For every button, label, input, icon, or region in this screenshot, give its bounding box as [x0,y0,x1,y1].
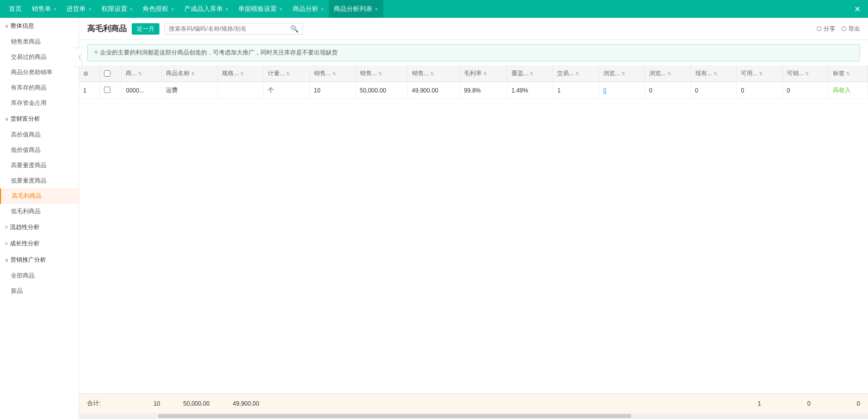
content-area: 高毛利商品 近一月 🔍 ⬡ 分享 ⬡ 导出 ✧ 企业的主要的利润都是这部分商品创… [79,18,868,419]
nav-close-icon[interactable]: × [279,6,282,12]
sidebar-item-低价值商品[interactable]: 低价值商品 [0,142,79,158]
col-label: 毛利率 [464,69,482,78]
sort-icon: ⇅ [191,71,195,76]
col-header-unit[interactable]: 计量...⇅ [264,65,310,82]
col-header-transaction[interactable]: 交易...⇅ [553,65,599,82]
col-header-available[interactable]: 可用...⇅ [737,65,783,82]
col-header-code[interactable]: 商...⇅ [122,65,161,82]
sidebar-group-4[interactable]: ∨营销推广分析 [0,252,79,268]
export-button[interactable]: ⬡ 导出 [841,25,860,33]
horizontal-scrollbar[interactable] [79,413,868,419]
sidebar-item-高价值商品[interactable]: 高价值商品 [0,127,79,142]
sidebar-item-交易过的商品[interactable]: 交易过的商品 [0,49,79,65]
cell-checkbox[interactable] [100,82,122,99]
sort-icon: ⇅ [846,71,850,76]
col-header-spec[interactable]: 规格...⇅ [218,65,264,82]
link-value[interactable]: 0 [603,87,607,94]
nav-item-角色授权[interactable]: 角色授权× [138,0,179,18]
nav-item-销售单[interactable]: 销售单× [27,0,61,18]
sidebar-group-3[interactable]: >成长性分析 [0,235,79,252]
col-header-coverage[interactable]: 覆盖...⇅ [507,65,553,82]
col-label: 规格... [222,69,239,78]
cell-grossRate: 99.8% [460,82,507,99]
nav-item-单据模板设置[interactable]: 单据模板设置× [233,0,287,18]
cell-available: 0 [737,82,783,99]
scrollbar-thumb[interactable] [158,414,631,418]
sort-icon: ⇅ [575,71,579,76]
nav-item-首页[interactable]: 首页 [4,0,27,18]
sidebar-group-0[interactable]: ∨整体信息 [0,18,79,34]
col-header-sales3[interactable]: 销售...⇅ [408,65,460,82]
nav-item-权限设置[interactable]: 权限设置× [97,0,138,18]
cell-code: 0000... [122,82,161,99]
col-label: 可用... [741,69,758,78]
sidebar-group-1[interactable]: ∨货财富分析 [0,111,79,127]
col-label: 销售... [314,69,331,78]
cell-tag: 高收入 [828,82,868,99]
group-label: 流趋性分析 [10,223,40,232]
nav-item-产成品入库单[interactable]: 产成品入库单× [179,0,233,18]
sort-icon: ⇅ [430,71,434,76]
search-icon[interactable]: 🔍 [290,25,299,33]
col-header-sales2[interactable]: 销售...⇅ [356,65,408,82]
cell-coverage: 1.49% [507,82,553,99]
col-label: 计量... [268,69,285,78]
info-text: ✧ 企业的主要的利润都是这部分商品创造的，可考虑加大推广，同时关注库存是不要出现… [94,48,338,57]
group-arrow-icon: > [5,241,8,246]
nav-close-icon[interactable]: × [375,6,378,12]
col-header-sellable[interactable]: 可销...⇅ [782,65,828,82]
sidebar: ∨整体信息销售类商品交易过的商品商品分类助销率有库存的商品库存资金占用∨货财富分… [0,18,79,419]
col-header-browse1[interactable]: 浏览...⇅ [599,65,645,82]
col-label: 销售... [360,69,377,78]
col-header-current[interactable]: 现有...⇅ [691,65,737,82]
nav-close-icon[interactable]: × [53,6,56,12]
row-checkbox[interactable] [104,87,110,93]
export-label: 导出 [848,25,860,33]
cell-transaction: 1 [553,82,599,99]
nav-close-icon[interactable]: × [130,6,133,12]
nav-close-icon[interactable]: × [225,6,228,12]
col-header-browse2[interactable]: 浏览...⇅ [645,65,691,82]
nav-close-icon[interactable]: × [171,6,174,12]
share-label: 分享 [823,25,835,33]
col-header-tag[interactable]: 标签⇅ [828,65,868,82]
share-button[interactable]: ⬡ 分享 [817,25,835,33]
cell-browse1[interactable]: 0 [599,82,645,99]
close-all-button[interactable]: ✕ [850,2,864,16]
col-label: 商品名称 [166,69,190,78]
search-input[interactable] [169,25,290,32]
group-label: 成长性分析 [10,239,40,248]
sidebar-item-高毛利商品[interactable]: 高毛利商品 [0,188,79,204]
filter-period-button[interactable]: 近一月 [132,23,159,35]
sidebar-item-低要量度商品[interactable]: 低要量度商品 [0,173,79,188]
col-label: 标签 [833,69,845,78]
cell-sales2: 50,000.00 [356,82,408,99]
nav-item-商品分析[interactable]: 商品分析× [288,0,329,18]
nav-close-icon[interactable]: × [88,6,91,12]
sort-icon: ⇅ [378,71,382,76]
data-table-wrapper: ⚙商...⇅商品名称⇅规格...⇅计量...⇅销售...⇅销售...⇅销售...… [79,65,868,393]
sidebar-item-新品[interactable]: 新品 [0,283,79,299]
sidebar-item-商品分类助销率[interactable]: 商品分类助销率 [0,65,79,80]
footer-current: 0 [771,400,811,407]
nav-item-商品分析列表[interactable]: 商品分析列表× [329,0,383,18]
col-header-name[interactable]: 商品名称⇅ [161,65,218,82]
sidebar-item-全部商品[interactable]: 全部商品 [0,268,79,283]
sidebar-item-低毛利商品[interactable]: 低毛利商品 [0,204,79,219]
col-label: 浏览... [649,69,666,78]
sidebar-item-库存资金占用[interactable]: 库存资金占用 [0,95,79,111]
cell-sales1: 10 [309,82,356,99]
sidebar-collapse-button[interactable]: 《 [74,47,82,67]
nav-item-进货单[interactable]: 进货单× [61,0,96,18]
col-header-grossRate[interactable]: 毛利率⇅ [460,65,507,82]
nav-close-icon[interactable]: × [321,6,324,12]
sidebar-item-高要量度商品[interactable]: 高要量度商品 [0,158,79,173]
search-box: 🔍 [164,23,303,35]
select-all-checkbox[interactable] [104,70,110,77]
sidebar-group-2[interactable]: >流趋性分析 [0,219,79,235]
sidebar-item-销售类商品[interactable]: 销售类商品 [0,34,79,49]
col-header-sales1[interactable]: 销售...⇅ [309,65,356,82]
sidebar-item-有库存的商品[interactable]: 有库存的商品 [0,80,79,95]
footer-sales3: 49,900.00 [219,400,259,407]
data-table: ⚙商...⇅商品名称⇅规格...⇅计量...⇅销售...⇅销售...⇅销售...… [79,65,868,99]
